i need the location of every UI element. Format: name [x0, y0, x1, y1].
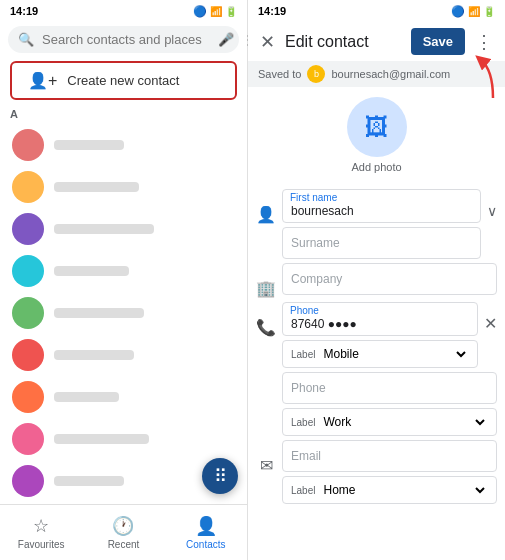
contact-name: [54, 434, 149, 444]
right-time: 14:19: [258, 5, 286, 17]
surname-input[interactable]: [282, 227, 481, 259]
phone1-label-select[interactable]: Mobile Work Home Other: [319, 346, 469, 362]
edit-contact-title: Edit contact: [285, 33, 405, 51]
right-status-icons: 🔵 📶 🔋: [451, 5, 495, 18]
create-contact-label: Create new contact: [67, 73, 179, 88]
list-item[interactable]: [0, 292, 247, 334]
contact-name: [54, 308, 144, 318]
photo-section[interactable]: 🖼 Add photo: [248, 87, 505, 183]
contact-name: [54, 392, 119, 402]
nav-recent[interactable]: 🕐 Recent: [82, 505, 164, 560]
expand-name-button[interactable]: ∨: [487, 203, 497, 219]
favourites-label: Favourites: [18, 539, 65, 550]
avatar: [12, 255, 44, 287]
account-email: bournesach@gmail.com: [331, 68, 450, 80]
company-icon: 🏢: [256, 279, 276, 298]
right-panel: 14:19 🔵 📶 🔋 ✕ Edit contact Save ⋮ Saved …: [248, 0, 505, 560]
nav-favourites[interactable]: ☆ Favourites: [0, 505, 82, 560]
fab-icon: ⠿: [214, 465, 227, 487]
search-bar[interactable]: 🔍 🎤 ⋮: [8, 26, 239, 53]
avatar: [12, 297, 44, 329]
signal-icon: 📶: [210, 6, 222, 17]
phone1-row: 📞 Phone Label Mobile Work Home Other ✕: [248, 300, 505, 370]
phone2-input[interactable]: [282, 372, 497, 404]
left-status-bar: 14:19 🔵 📶 🔋: [0, 0, 247, 22]
contact-name: [54, 350, 134, 360]
edit-header: ✕ Edit contact Save ⋮: [248, 22, 505, 61]
left-status-icons: 🔵 📶 🔋: [193, 5, 237, 18]
right-signal-icon: 📶: [468, 6, 480, 17]
contact-name: [54, 476, 124, 486]
right-bluetooth-icon: 🔵: [451, 5, 465, 18]
phone-icon: 📞: [256, 318, 276, 337]
contacts-label: Contacts: [186, 539, 225, 550]
nav-contacts[interactable]: 👤 Contacts: [165, 505, 247, 560]
email-icon: ✉: [256, 456, 276, 475]
favourites-icon: ☆: [33, 515, 49, 537]
recent-label: Recent: [108, 539, 140, 550]
contacts-list: [0, 124, 247, 504]
email-label-select[interactable]: Home Work Other: [319, 482, 488, 498]
name-fields: First name: [282, 189, 481, 259]
bottom-nav: ☆ Favourites 🕐 Recent 👤 Contacts: [0, 504, 247, 560]
avatar: [12, 129, 44, 161]
search-input[interactable]: [42, 32, 210, 47]
avatar: [12, 465, 44, 497]
contact-name: [54, 182, 139, 192]
phone2-label-select-row[interactable]: Label Work Mobile Home Other: [282, 408, 497, 436]
person-icon: 👤: [256, 205, 276, 224]
create-contact-button[interactable]: 👤+ Create new contact: [10, 61, 237, 100]
phone2-row: Label Work Mobile Home Other: [248, 370, 505, 438]
left-panel: 14:19 🔵 📶 🔋 🔍 🎤 ⋮ 👤+ Create new contact …: [0, 0, 248, 560]
edit-form: 👤 First name ∨ 🏢 📞 Phone: [248, 183, 505, 560]
list-item[interactable]: [0, 334, 247, 376]
avatar: [12, 423, 44, 455]
saved-to-bar: Saved to b bournesach@gmail.com: [248, 61, 505, 87]
list-item[interactable]: [0, 376, 247, 418]
list-item[interactable]: [0, 124, 247, 166]
contact-name: [54, 140, 124, 150]
list-item[interactable]: [0, 166, 247, 208]
phone2-fields: Label Work Mobile Home Other: [282, 372, 497, 436]
list-item[interactable]: [0, 208, 247, 250]
fab-button[interactable]: ⠿: [202, 458, 238, 494]
phone1-label: Phone: [290, 305, 319, 316]
more-options-button[interactable]: ⋮: [471, 29, 497, 55]
email-input[interactable]: [282, 440, 497, 472]
phone2-label-select[interactable]: Work Mobile Home Other: [319, 414, 488, 430]
close-button[interactable]: ✕: [256, 29, 279, 55]
recent-icon: 🕐: [112, 515, 134, 537]
list-item[interactable]: [0, 418, 247, 460]
first-name-row: 👤 First name ∨: [248, 187, 505, 261]
mic-icon[interactable]: 🎤: [218, 32, 234, 47]
label2-text: Label: [291, 417, 315, 428]
list-item[interactable]: [0, 250, 247, 292]
phone1-label-select-row[interactable]: Label Mobile Work Home Other: [282, 340, 478, 368]
email-label-select-row[interactable]: Label Home Work Other: [282, 476, 497, 504]
right-battery-icon: 🔋: [483, 6, 495, 17]
search-icon: 🔍: [18, 32, 34, 47]
phone1-clear-button[interactable]: ✕: [484, 314, 497, 333]
email-row: ✉ Label Home Work Other: [248, 438, 505, 506]
avatar: [12, 171, 44, 203]
avatar: [12, 213, 44, 245]
contact-name: [54, 224, 154, 234]
battery-icon: 🔋: [225, 6, 237, 17]
phone1-fields: Phone Label Mobile Work Home Other: [282, 302, 478, 368]
first-name-field-group: First name: [282, 189, 481, 223]
right-status-bar: 14:19 🔵 📶 🔋: [248, 0, 505, 22]
avatar: [12, 381, 44, 413]
avatar: [12, 339, 44, 371]
add-photo-circle[interactable]: 🖼: [347, 97, 407, 157]
save-button[interactable]: Save: [411, 28, 465, 55]
email-label-text: Label: [291, 485, 315, 496]
phone1-field-group: Phone: [282, 302, 478, 336]
company-input[interactable]: [282, 263, 497, 295]
left-time: 14:19: [10, 5, 38, 17]
label1-text: Label: [291, 349, 315, 360]
company-fields: [282, 263, 497, 295]
account-avatar: b: [307, 65, 325, 83]
add-photo-label: Add photo: [351, 161, 401, 173]
company-row: 🏢: [248, 261, 505, 300]
saved-to-label: Saved to: [258, 68, 301, 80]
